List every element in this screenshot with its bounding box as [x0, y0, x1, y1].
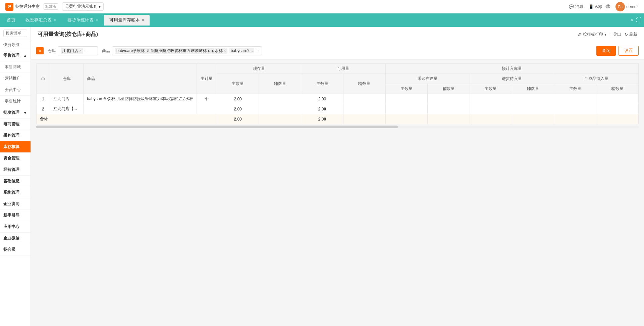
sidebar-section-corpwx[interactable]: 企业微信: [0, 233, 31, 244]
fullscreen-btn[interactable]: ⛶: [636, 17, 641, 23]
col-goods-header: 商品: [84, 64, 197, 94]
main-layout: 快捷导航 零售管理 ▲ 零售商城 营销推广 会员中心 零售统计 批发管理 ▼ 电…: [0, 27, 644, 326]
app-download-label: App下载: [595, 4, 610, 9]
row-2-pp-main: [554, 104, 596, 114]
row-1-unit: 个: [197, 94, 217, 104]
filter-actions: 查询 设置: [596, 46, 639, 56]
sidebar-section-newguide[interactable]: 新手引导: [0, 210, 31, 221]
sidebar-section-operation[interactable]: 经营管理: [0, 164, 31, 176]
scrollbar-thumb[interactable]: [36, 126, 398, 128]
sidebar: 快捷导航 零售管理 ▲ 零售商城 营销推广 会员中心 零售统计 批发管理 ▼ 电…: [0, 27, 31, 326]
col-avail-main-header: 主数量: [301, 74, 343, 94]
sidebar-section-finance[interactable]: 资金管理: [0, 153, 31, 164]
industry-select[interactable]: 母婴行业演示账套 ▾: [62, 2, 104, 11]
app-download-btn[interactable]: 📱 App下载: [589, 4, 610, 9]
sidebar-section-wholesale[interactable]: 批发管理 ▼: [0, 107, 31, 119]
col-stock-aux-header: 辅数量: [259, 74, 301, 94]
brand-name: 畅捷通好生意: [15, 4, 40, 9]
export-icon: ↑: [610, 32, 612, 37]
row-2-avail-aux: [343, 104, 385, 114]
warehouse-dots[interactable]: ···: [84, 48, 88, 53]
sidebar-item-retail-mall[interactable]: 零售商城: [0, 61, 31, 73]
goods-filter-input[interactable]: babycare学饮杯 儿童防摔防撞吸管杯重力球吸嘴杯宝宝水杯 × babyca…: [112, 46, 262, 55]
phone-icon: 📱: [589, 4, 594, 9]
col-pt-main-header: 主数量: [385, 84, 428, 94]
tab-2-close[interactable]: ×: [96, 18, 98, 22]
total-stock-main: 2.00: [217, 114, 259, 124]
nav-home-tab[interactable]: 首页: [3, 17, 19, 23]
total-pp-aux: [596, 114, 639, 124]
goods-tag-1-close[interactable]: ×: [224, 48, 226, 53]
col-unit-header: 主计量: [197, 64, 217, 94]
total-pt-aux: [428, 114, 470, 124]
row-1-no: 1: [37, 94, 50, 104]
refresh-btn[interactable]: ↻ 刷新: [625, 32, 637, 37]
sidebar-section-system[interactable]: 系统管理: [0, 187, 31, 198]
goods-tag-2: babycare?...: [229, 48, 254, 53]
tab-3-close[interactable]: ×: [142, 18, 144, 22]
nav-tab-2[interactable]: 要货单统计表 ×: [62, 15, 103, 26]
col-available-header: 可用量: [301, 64, 385, 74]
sidebar-item-member[interactable]: 会员中心: [0, 84, 31, 96]
row-2-pp-aux: [596, 104, 639, 114]
brand: 好 畅捷通好生意: [5, 3, 40, 11]
sidebar-search-input[interactable]: [3, 30, 27, 37]
goods-dots[interactable]: ···: [256, 48, 259, 53]
row-1-pp-aux: [596, 94, 639, 104]
sidebar-section-retail[interactable]: 零售管理 ▲: [0, 50, 31, 61]
row-1-warehouse: 江北门店: [50, 94, 84, 104]
print-icon: 🖨: [578, 32, 582, 37]
query-btn[interactable]: 查询: [596, 46, 616, 56]
filter-expand-btn[interactable]: »: [36, 47, 44, 54]
industry-label: 母婴行业演示账套: [65, 4, 97, 9]
top-bar: 好 畅捷通好生意 标准版 母婴行业演示账套 ▾ 💬 消息 📱 App下载 Ea …: [0, 0, 644, 13]
sidebar-nav-shortcut[interactable]: 快捷导航: [0, 40, 31, 50]
wholesale-arrow-icon: ▼: [23, 110, 27, 115]
page-title: 可用量查询(按仓库+商品): [38, 31, 98, 38]
sidebar-section-ecommerce[interactable]: 电商管理: [0, 119, 31, 130]
industry-chevron-icon: ▾: [99, 4, 101, 9]
message-btn[interactable]: 💬 消息: [569, 4, 583, 9]
col-stock-main-header: 主数量: [217, 74, 259, 94]
col-forecast-header: 预计入库量: [385, 64, 638, 74]
col-ip-aux-header: 辅数量: [512, 84, 554, 94]
row-2-unit: [197, 104, 217, 114]
retail-arrow-icon: ▲: [23, 53, 27, 58]
total-stock-aux: [259, 114, 301, 124]
export-btn[interactable]: ↑ 导出: [610, 32, 621, 37]
sidebar-section-member2[interactable]: 畅会员: [0, 244, 31, 255]
col-no-header: ⚙: [37, 64, 50, 94]
setting-btn[interactable]: 设置: [619, 46, 639, 56]
nav-tab-1[interactable]: 收发存汇总表 ×: [20, 15, 61, 26]
user-area[interactable]: Ea demo2: [615, 2, 639, 11]
sidebar-section-basic[interactable]: 基础信息: [0, 176, 31, 187]
total-avail-main: 2.00: [301, 114, 343, 124]
warehouse-tag-close[interactable]: ×: [79, 48, 82, 53]
tab-1-close[interactable]: ×: [54, 18, 56, 22]
sidebar-section-corp[interactable]: 企业协同: [0, 198, 31, 210]
row-2-pt-aux: [428, 104, 470, 114]
user-name: demo2: [626, 4, 639, 9]
sidebar-item-marketing[interactable]: 营销推广: [0, 73, 31, 84]
filter-bar: » 仓库 江北门店 × ··· 商品 babycare学饮杯 儿童防摔防撞吸管杯…: [31, 42, 644, 59]
page-header: 可用量查询(按仓库+商品) 🖨 按模板打印 ▾ ↑ 导出 ↻ 刷新: [31, 27, 644, 42]
row-1-goods: babycare学饮杯 儿童防摔防撞吸管杯重力球吸嘴杯宝宝水杯: [84, 94, 197, 104]
top-bar-right: 💬 消息 📱 App下载 Ea demo2: [569, 2, 639, 11]
sidebar-section-appcenter[interactable]: 应用中心: [0, 221, 31, 233]
row-1-stock-aux: [259, 94, 301, 104]
print-template-btn[interactable]: 🖨 按模板打印 ▾: [578, 32, 606, 37]
row-2-avail-main: 2.00: [301, 104, 343, 114]
sidebar-section-inventory[interactable]: 库存核算: [0, 141, 31, 153]
close-window-btn[interactable]: ×: [630, 17, 633, 23]
tab-1-label: 收发存汇总表: [25, 17, 52, 23]
sidebar-item-retail-stats[interactable]: 零售统计: [0, 96, 31, 107]
warehouse-filter-input[interactable]: 江北门店 × ···: [58, 46, 98, 55]
nav-tabs: 首页 收发存汇总表 × 要货单统计表 × 可用量库存账本 × × ⛶: [0, 13, 644, 27]
sidebar-section-purchase[interactable]: 采购管理: [0, 130, 31, 141]
table-area: ⚙ 仓库 商品 主计量 现存量 可用量 预计入库量 主数量 辅数量 主数量 辅数…: [31, 59, 644, 326]
warehouse-filter-label: 仓库: [48, 48, 56, 54]
settings-icon[interactable]: ⚙: [41, 76, 45, 82]
nav-tab-3[interactable]: 可用量库存账本 ×: [104, 15, 150, 26]
refresh-icon: ↻: [625, 32, 628, 37]
row-1-avail-main: 2.00: [301, 94, 343, 104]
